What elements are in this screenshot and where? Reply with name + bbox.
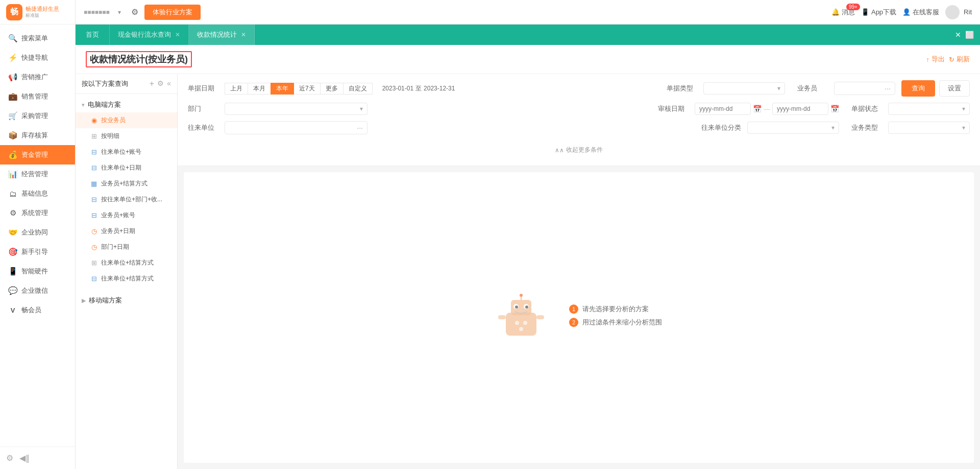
left-panel-actions: + ⚙ «	[150, 79, 171, 88]
hardware-icon: 📱	[8, 267, 17, 276]
bottom-settings-btn[interactable]: ⚙	[6, 453, 13, 463]
filter-area: 单据日期 上月 本月 本年 近7天 更多 自定义 2023-01-01 至	[178, 74, 980, 166]
sidebar-item-quicknav[interactable]: ⚡ 快捷导航	[0, 48, 75, 67]
review-date-from[interactable]	[695, 103, 751, 115]
sidebar-item-hardware[interactable]: 📱 智能硬件	[0, 262, 75, 281]
mobile-category[interactable]: ▶ 移动端方案	[76, 293, 177, 308]
scheme-item-unit-settle1[interactable]: ⊞ 往来单位+结算方式	[76, 255, 177, 271]
query-button[interactable]: 查询	[901, 80, 935, 97]
scheme-item-unit-dept[interactable]: ⊟ 按往来单位+部门+收...	[76, 192, 177, 207]
export-icon: ↑	[926, 56, 930, 63]
tab-close-all-icon[interactable]: ✕	[955, 31, 961, 39]
sidebar-item-label: 新手引导	[21, 247, 48, 256]
counterpart-category-select[interactable]: ▾	[747, 122, 839, 134]
date-btn-7days[interactable]: 近7天	[293, 83, 321, 95]
sidebar-item-purchase[interactable]: 🛒 采购管理	[0, 106, 75, 126]
gear-button[interactable]: ⚙	[131, 7, 138, 17]
desktop-schemes: ▾ 电脑端方案 ◉ 按业务员 ⊞ 按明细 ⊟ 往来单位+账号	[76, 94, 177, 290]
app-download-area[interactable]: 📱 App下载	[861, 8, 896, 17]
tip-text-2: 用过滤条件来缩小分析范围	[582, 318, 662, 327]
scheme-item-salesperson-date[interactable]: ◷ 业务员+日期	[76, 223, 177, 239]
counterpart-input-group: ···	[225, 121, 368, 134]
date-btn-custom[interactable]: 自定义	[343, 83, 373, 95]
content-wrapper: 按以下方案查询 + ⚙ « ▾ 电脑端方案 ◉ 按业务员	[76, 74, 980, 469]
panel-collapse-button[interactable]: «	[167, 79, 171, 88]
sidebar-item-inventory[interactable]: 📦 库存核算	[0, 126, 75, 145]
sidebar-item-marketing[interactable]: 📢 营销推广	[0, 67, 75, 87]
sidebar-item-wechat[interactable]: 💬 企业微信	[0, 281, 75, 300]
tab-home[interactable]: 首页	[76, 25, 110, 45]
scheme-item-detail[interactable]: ⊞ 按明细	[76, 128, 177, 144]
online-service-area[interactable]: 👤 在线客服	[902, 8, 939, 17]
add-scheme-button[interactable]: +	[150, 79, 154, 88]
doc-type-select[interactable]: ▾	[703, 82, 785, 95]
sidebar-item-basic[interactable]: 🗂 基础信息	[0, 184, 75, 203]
date-btn-this-year[interactable]: 本年	[271, 83, 294, 95]
guide-icon: 🎯	[8, 247, 17, 256]
tab-collection-close[interactable]: ✕	[241, 31, 246, 38]
salesperson-input-group: ···	[834, 82, 895, 95]
sidebar-item-member[interactable]: V 畅会员	[0, 300, 75, 320]
date-btn-last-month[interactable]: 上月	[225, 83, 248, 95]
export-button[interactable]: ↑ 导出	[926, 55, 945, 64]
dropdown-arrow[interactable]: ▾	[118, 9, 121, 16]
svg-point-12	[523, 321, 527, 325]
sidebar-item-label: 企业协同	[21, 228, 48, 237]
refresh-button[interactable]: ↻ 刷新	[949, 55, 970, 64]
notification-area[interactable]: 🔔 消息 99+	[831, 8, 855, 17]
empty-state: 1 请先选择要分析的方案 2 用过滤条件来缩小分析范围	[184, 172, 974, 463]
date-range-display: 2023-01-01 至 2023-12-31	[382, 84, 455, 93]
top-header: ■■■■■■■ ▾ ⚙ 体验行业方案 🔔 消息 99+ 📱 App下载 👤 在线…	[76, 0, 980, 25]
tab-expand-icon[interactable]: ⬜	[965, 31, 974, 39]
biz-type-label: 业务类型	[851, 123, 882, 132]
desktop-category[interactable]: ▾ 电脑端方案	[76, 97, 177, 112]
date-range-sep: 至	[415, 84, 422, 93]
tab-bank[interactable]: 现金银行流水查询 ✕	[110, 25, 189, 45]
desktop-category-label: 电脑端方案	[88, 100, 121, 109]
scheme-item-salesperson-settle[interactable]: ▦ 业务员+结算方式	[76, 176, 177, 192]
scheme-item-dept-date[interactable]: ◷ 部门+日期	[76, 239, 177, 255]
review-date-from-cal-icon[interactable]: 📅	[753, 105, 762, 113]
scheme-item-salesperson[interactable]: ◉ 按业务员	[76, 112, 177, 128]
sidebar-item-enterprise[interactable]: 🤝 企业协同	[0, 223, 75, 242]
doc-type-label: 单据类型	[667, 84, 697, 93]
tab-bank-close[interactable]: ✕	[175, 31, 180, 38]
user-avatar	[945, 5, 960, 19]
date-btn-this-month[interactable]: 本月	[248, 83, 271, 95]
svg-point-8	[520, 294, 523, 297]
biz-type-select[interactable]: ▾	[888, 122, 970, 134]
review-date-to-cal-icon[interactable]: 📅	[830, 105, 839, 113]
settings-button[interactable]: 设置	[939, 80, 970, 97]
review-date-to[interactable]	[772, 103, 828, 115]
sidebar-item-guide[interactable]: 🎯 新手引导	[0, 242, 75, 262]
scheme-item-salesperson-account[interactable]: ⊟ 业务员+账号	[76, 207, 177, 223]
review-date-group: 📅 — 📅	[695, 103, 839, 115]
collapse-bar[interactable]: ∧∧ 收起更多条件	[188, 140, 970, 159]
scheme-item-label: 往来单位+结算方式	[101, 259, 154, 267]
dept-select[interactable]: ▾	[225, 103, 368, 115]
trial-button[interactable]: 体验行业方案	[144, 5, 201, 20]
page-header-actions: ↑ 导出 ↻ 刷新	[926, 55, 970, 64]
sidebar-item-system[interactable]: ⚙ 系统管理	[0, 203, 75, 223]
tip-text-1: 请先选择要分析的方案	[582, 304, 649, 314]
scheme-item-unit-account[interactable]: ⊟ 往来单位+账号	[76, 144, 177, 160]
date-btn-more[interactable]: 更多	[320, 83, 344, 95]
system-icon: ⚙	[8, 208, 17, 218]
empty-tips: 1 请先选择要分析的方案 2 用过滤条件来缩小分析范围	[569, 304, 662, 331]
user-area[interactable]: Rit	[945, 5, 972, 19]
notification-icon: 🔔	[831, 8, 840, 16]
tab-collection[interactable]: 收款情况统计 ✕	[189, 25, 255, 45]
salesperson-settle-scheme-icon: ▦	[90, 180, 98, 188]
counterpart-more-icon[interactable]: ···	[357, 124, 363, 132]
salesperson-more-icon[interactable]: ···	[885, 84, 891, 92]
unit-dept-scheme-icon: ⊟	[90, 196, 98, 204]
scheme-item-unit-date[interactable]: ⊟ 往来单位+日期	[76, 160, 177, 176]
sidebar-item-operations[interactable]: 📊 经营管理	[0, 165, 75, 184]
sidebar-item-capital[interactable]: 💰 资金管理	[0, 145, 75, 165]
scheme-settings-button[interactable]: ⚙	[157, 79, 164, 88]
bottom-collapse-btn[interactable]: ◀‖	[19, 453, 30, 463]
scheme-item-unit-settle2[interactable]: ⊟ 往来单位+结算方式	[76, 271, 177, 287]
doc-status-select[interactable]: ▾	[888, 103, 970, 115]
sidebar-item-sales[interactable]: 💼 销售管理	[0, 87, 75, 106]
sidebar-item-search[interactable]: 🔍 搜索菜单	[0, 29, 75, 48]
